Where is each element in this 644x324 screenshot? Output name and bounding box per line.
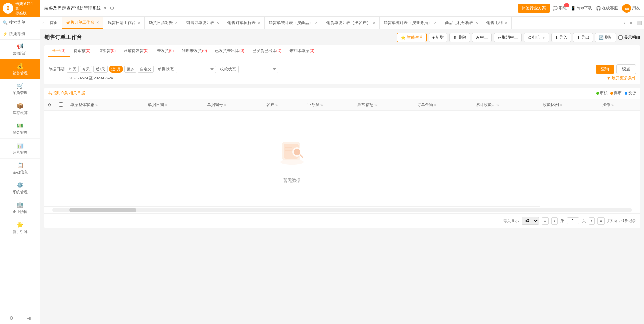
online-service-btn[interactable]: 🎧 在线客服 bbox=[596, 5, 618, 11]
refresh-btn[interactable]: 🔄 刷新 bbox=[595, 33, 616, 42]
header-settings-icon[interactable]: ⚙ bbox=[110, 5, 114, 11]
sort-icon-ratio[interactable]: ⇅ bbox=[560, 103, 562, 107]
tab-close-cash-reconcile[interactable]: ✕ bbox=[175, 21, 178, 25]
import-btn[interactable]: ⬇ 导入 bbox=[551, 33, 571, 42]
tab-sales-summary-product[interactable]: 销货单统计表（按商品）✕ bbox=[265, 17, 322, 29]
sub-tab-all[interactable]: 全部(0) bbox=[48, 45, 70, 57]
show-detail-checkbox[interactable] bbox=[618, 35, 623, 40]
select-all-checkbox[interactable] bbox=[59, 102, 63, 107]
tab-close-sales-workbench[interactable]: ✕ bbox=[96, 21, 99, 24]
sub-tab-pending-pickup[interactable]: 待拣货(0) bbox=[94, 45, 120, 57]
tab-close-sales-summary-customer[interactable]: ✕ bbox=[373, 21, 375, 25]
date-btn-自定义[interactable]: 自定义 bbox=[138, 66, 154, 73]
sidebar-item-finance[interactable]: 💵资金管理 bbox=[0, 119, 40, 139]
tab-close-sales-summary-staff[interactable]: ✕ bbox=[434, 21, 437, 25]
sub-tab-shipped-out[interactable]: 已发货已出库(0) bbox=[248, 45, 286, 57]
tab-sales-summary-staff[interactable]: 销货单统计表（按业务员）✕ bbox=[380, 17, 441, 29]
sidebar-item-basic[interactable]: 📋基础信息 bbox=[0, 159, 40, 178]
sidebar-item-inventory[interactable]: 📦库存核算 bbox=[0, 99, 40, 119]
tab-cash-daily[interactable]: 钱货日清工作台✕ bbox=[103, 17, 145, 29]
user-profile-btn[interactable]: Ea 用友 bbox=[622, 4, 640, 13]
sidebar-item-purchase[interactable]: 🛒采购管理 bbox=[0, 79, 40, 99]
date-btn-更多[interactable]: 更多 bbox=[124, 66, 136, 73]
sidebar-item-enterprise[interactable]: 🏢企业协同 bbox=[0, 198, 40, 218]
sub-tab-shipped-not-out[interactable]: 已发货未出库(0) bbox=[211, 45, 248, 57]
export-btn[interactable]: ⬆ 导出 bbox=[573, 33, 593, 42]
sidebar-item-operations[interactable]: 📊经营管理 bbox=[0, 139, 40, 159]
tab-close-sales-summary-product[interactable]: ✕ bbox=[315, 21, 318, 25]
col-checkbox[interactable] bbox=[55, 99, 67, 111]
delete-btn[interactable]: 🗑 删除 bbox=[449, 33, 470, 42]
sub-tab-overdue-not-shipped[interactable]: 到期未发货(0) bbox=[178, 45, 211, 57]
date-btn-昨天[interactable]: 昨天 bbox=[67, 66, 79, 73]
sort-icon-number[interactable]: ⇅ bbox=[224, 103, 226, 107]
date-btn-近1月[interactable]: 近1月 bbox=[109, 66, 123, 73]
payment-select[interactable] bbox=[238, 66, 278, 73]
header-dropdown-icon[interactable]: ▼ bbox=[103, 6, 108, 11]
expand-btn[interactable]: ▼ 展开更多条件 bbox=[607, 75, 636, 81]
sub-tab-wangpu-pending[interactable]: 旺铺待发货(0) bbox=[120, 45, 153, 57]
tab-close-margin-analysis[interactable]: ✕ bbox=[475, 21, 478, 25]
tab-close-all[interactable]: ✕ bbox=[627, 17, 635, 29]
unreviewed-action-btn[interactable]: 弃审 bbox=[610, 90, 622, 96]
tab-close-sales-profit[interactable]: ✕ bbox=[505, 21, 507, 25]
sidebar-search[interactable]: 🔍 搜索菜单 bbox=[0, 17, 40, 28]
sort-icon-error[interactable]: ⇅ bbox=[374, 103, 377, 107]
tab-close-sales-stats[interactable]: ✕ bbox=[216, 21, 219, 25]
sort-icon-status[interactable]: ⇅ bbox=[95, 103, 98, 107]
sidebar-settings-btn[interactable]: ⚙ bbox=[9, 315, 14, 321]
industry-btn[interactable]: 体验行业方案 bbox=[518, 4, 550, 13]
page-size-select[interactable]: 102050100 bbox=[522, 217, 539, 225]
tab-sales-exec[interactable]: 销售订单执行表✕ bbox=[223, 17, 265, 29]
sort-icon-collected[interactable]: ⇅ bbox=[496, 103, 499, 107]
last-page-btn[interactable]: » bbox=[597, 217, 604, 225]
date-btn-今天[interactable]: 今天 bbox=[80, 66, 92, 73]
tab-margin-analysis[interactable]: 商品毛利分析表✕ bbox=[441, 17, 482, 29]
tab-cash-reconcile[interactable]: 钱货日清对账✕ bbox=[145, 17, 182, 29]
tab-close-sales-exec[interactable]: ✕ bbox=[258, 21, 260, 25]
sort-icon-customer[interactable]: ⇅ bbox=[275, 103, 278, 107]
sort-icon-date[interactable]: ⇅ bbox=[165, 103, 167, 107]
col-settings[interactable]: ⚙ bbox=[44, 99, 55, 111]
sub-tab-pending-review[interactable]: 待审核(0) bbox=[70, 45, 95, 57]
app-download-btn[interactable]: 📱 App下载 bbox=[571, 5, 592, 11]
next-page-btn[interactable]: › bbox=[589, 217, 595, 225]
sidebar-item-system[interactable]: ⚙️系统管理 bbox=[0, 178, 40, 198]
sidebar-collapse-btn[interactable]: ◀ bbox=[27, 315, 31, 321]
tab-maximize[interactable]: ⬜ bbox=[635, 17, 644, 29]
cancel-stop-btn[interactable]: ↩ 取消中止 bbox=[494, 33, 522, 42]
sub-tab-not-shipped[interactable]: 未发货(0) bbox=[153, 45, 178, 57]
sort-icon-amount[interactable]: ⇅ bbox=[434, 103, 436, 107]
date-btn-近7天[interactable]: 近7天 bbox=[93, 66, 108, 73]
tab-close-cash-daily[interactable]: ✕ bbox=[138, 21, 140, 25]
tab-sales-summary-customer[interactable]: 销货单统计表（按客户）✕ bbox=[322, 17, 380, 29]
sidebar-item-sales[interactable]: 💰销售管理 bbox=[0, 59, 40, 79]
smart-gen-btn[interactable]: ⭐ 智能生单 bbox=[397, 33, 427, 42]
status-select[interactable] bbox=[176, 66, 216, 73]
review-action-btn[interactable]: 审核 bbox=[596, 90, 608, 96]
add-btn[interactable]: + 新增 bbox=[429, 33, 447, 42]
tab-scroll-right[interactable]: › bbox=[621, 17, 627, 29]
page-number-input[interactable] bbox=[567, 217, 579, 224]
tab-sales-profit[interactable]: 销售毛利✕ bbox=[482, 17, 512, 29]
first-page-btn[interactable]: « bbox=[542, 217, 549, 225]
stop-btn[interactable]: ⊘ 中止 bbox=[472, 33, 492, 42]
print-btn[interactable]: 🖨 打印 ▼ bbox=[524, 33, 549, 42]
filter-settings-btn[interactable]: 设置 bbox=[616, 64, 636, 74]
tab-scroll-left[interactable]: ‹ bbox=[40, 17, 46, 29]
prev-page-btn[interactable]: ‹ bbox=[551, 217, 557, 225]
sort-icon-action[interactable]: ⇅ bbox=[611, 103, 614, 107]
tab-sales-stats[interactable]: 销售订单统计表✕ bbox=[182, 17, 223, 29]
horizontal-scrollbar[interactable] bbox=[44, 207, 640, 213]
tab-sales-workbench[interactable]: 销售订单工作台✕ bbox=[62, 17, 103, 29]
sidebar-item-marketing[interactable]: 📢营销推广 bbox=[0, 40, 40, 59]
sidebar-quick-nav[interactable]: ⚡ 快捷导航 bbox=[0, 28, 40, 40]
ship-action-btn[interactable]: 发货 bbox=[625, 90, 636, 96]
sidebar-item-guide[interactable]: 🌟新手引导 bbox=[0, 218, 40, 238]
message-btn[interactable]: 💬 消息 6 bbox=[553, 5, 567, 11]
show-detail-toggle[interactable]: 显示明细 bbox=[618, 35, 640, 40]
tab-home[interactable]: 首页 bbox=[46, 17, 62, 29]
sub-tab-not-printed[interactable]: 未打印单据(0) bbox=[285, 45, 318, 57]
sort-icon-staff[interactable]: ⇅ bbox=[320, 103, 323, 107]
query-btn[interactable]: 查询 bbox=[596, 65, 614, 74]
